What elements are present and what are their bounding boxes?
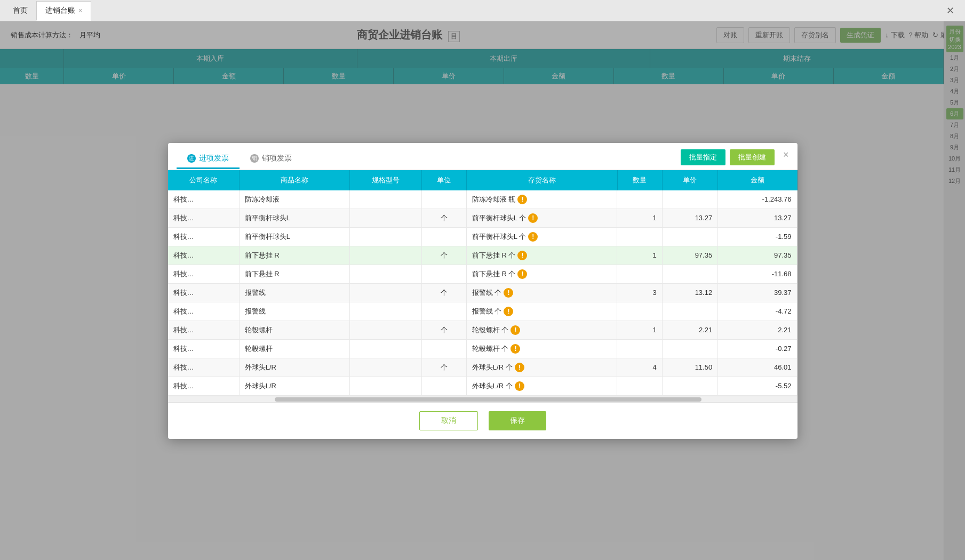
table-row[interactable]: 科技…轮毂螺杆轮毂螺杆 个!-0.27 — [168, 339, 797, 358]
warn-icon: ! — [528, 232, 538, 242]
modal-tabs: 进 进项发票 销 销项发票 — [177, 149, 302, 169]
data-cell — [617, 377, 662, 395]
data-cell — [662, 339, 718, 358]
data-cell: 2.21 — [718, 321, 797, 339]
data-cell: 39.37 — [718, 283, 797, 302]
window-close-button[interactable]: ✕ — [940, 5, 961, 17]
data-cell: 1 — [617, 209, 662, 227]
data-cell: 科技… — [168, 265, 240, 283]
tab-outgoing-invoice[interactable]: 销 销项发票 — [240, 149, 302, 169]
data-cell — [350, 339, 422, 358]
data-cell — [421, 227, 466, 246]
table-row[interactable]: 科技…轮毂螺杆个轮毂螺杆 个!12.212.21 — [168, 321, 797, 339]
data-cell — [421, 190, 466, 209]
modal-close-button[interactable]: × — [783, 149, 789, 161]
data-cell — [421, 377, 466, 395]
data-cell: 科技… — [168, 190, 240, 209]
modal-scrollbar-thumb — [275, 397, 701, 402]
inventory-cell: 报警线 个! — [467, 302, 617, 321]
modal-scrollbar[interactable] — [168, 396, 797, 402]
data-cell: -1,243.76 — [718, 190, 797, 209]
outgoing-tab-icon: 销 — [250, 154, 259, 163]
data-cell: 科技… — [168, 246, 240, 265]
table-row[interactable]: 科技…前下悬挂 R前下悬挂 R 个!-11.68 — [168, 265, 797, 283]
warn-icon: ! — [504, 288, 513, 298]
tab-active-label: 进销台账 — [45, 6, 75, 15]
data-cell: 11.50 — [662, 358, 718, 377]
data-cell — [350, 358, 422, 377]
data-cell: 个 — [421, 358, 466, 377]
warn-icon: ! — [517, 195, 527, 204]
data-cell — [350, 227, 422, 246]
app-background: 销售成本计算方法： 月平均 商贸企业进销台账 目 对账 重新开账 存货别名 生成… — [0, 21, 965, 560]
save-button[interactable]: 保存 — [489, 411, 546, 430]
col-unit: 单位 — [421, 170, 466, 190]
table-row[interactable]: 科技…前平衡杆球头L前平衡杆球头L 个!-1.59 — [168, 227, 797, 246]
cancel-button[interactable]: 取消 — [419, 411, 478, 430]
modal-header-actions: 批量指定 批量创建 × — [681, 149, 789, 165]
data-cell: 外球头L/R — [239, 358, 349, 377]
data-cell: 13.12 — [662, 283, 718, 302]
data-cell — [617, 339, 662, 358]
data-cell: 个 — [421, 283, 466, 302]
data-cell: 科技… — [168, 339, 240, 358]
batch-create-button[interactable]: 批量创建 — [730, 149, 775, 165]
data-cell — [350, 265, 422, 283]
table-row[interactable]: 科技…外球头L/R个外球头L/R 个!411.5046.01 — [168, 358, 797, 377]
table-row[interactable]: 科技…报警线个报警线 个!313.1239.37 — [168, 283, 797, 302]
data-cell: 外球头L/R — [239, 377, 349, 395]
tab-incoming-invoice[interactable]: 进 进项发票 — [177, 149, 240, 169]
data-cell — [350, 246, 422, 265]
data-cell — [617, 302, 662, 321]
data-cell: -0.27 — [718, 339, 797, 358]
col-spec: 规格型号 — [350, 170, 422, 190]
col-product-name: 商品名称 — [239, 170, 349, 190]
table-row[interactable]: 科技…报警线报警线 个!-4.72 — [168, 302, 797, 321]
data-cell: 科技… — [168, 358, 240, 377]
batch-assign-button[interactable]: 批量指定 — [681, 149, 725, 165]
data-cell: 2.21 — [662, 321, 718, 339]
tab-close-icon[interactable]: × — [78, 7, 82, 14]
data-cell — [662, 265, 718, 283]
data-cell: 97.35 — [718, 246, 797, 265]
data-cell: -1.59 — [718, 227, 797, 246]
data-cell — [617, 190, 662, 209]
warn-icon: ! — [511, 325, 520, 335]
data-cell: 个 — [421, 321, 466, 339]
tab-home[interactable]: 首页 — [4, 2, 36, 20]
table-row[interactable]: 科技…防冻冷却液防冻冷却液 瓶!-1,243.76 — [168, 190, 797, 209]
data-cell — [421, 265, 466, 283]
table-row[interactable]: 科技…前下悬挂 R个前下悬挂 R 个!197.3597.35 — [168, 246, 797, 265]
tab-active[interactable]: 进销台账 × — [36, 1, 91, 21]
data-cell: -11.68 — [718, 265, 797, 283]
data-cell — [662, 302, 718, 321]
inventory-cell: 报警线 个! — [467, 284, 617, 302]
data-cell: 前下悬挂 R — [239, 246, 349, 265]
data-cell — [350, 283, 422, 302]
data-cell — [350, 377, 422, 395]
inventory-cell: 外球头L/R 个! — [467, 377, 617, 395]
data-cell: 科技… — [168, 377, 240, 395]
data-cell: 前下悬挂 R — [239, 265, 349, 283]
tab-bar: 首页 进销台账 × ✕ — [0, 0, 965, 21]
warn-icon: ! — [528, 213, 538, 223]
data-cell — [421, 339, 466, 358]
inventory-cell: 前下悬挂 R 个! — [467, 246, 617, 265]
modal-header: 进 进项发票 销 销项发票 批量指定 批量创建 × — [168, 143, 797, 170]
data-cell: 4 — [617, 358, 662, 377]
outgoing-tab-label: 销项发票 — [262, 154, 292, 163]
data-cell: 个 — [421, 246, 466, 265]
data-cell: 1 — [617, 246, 662, 265]
inventory-cell: 轮毂螺杆 个! — [467, 340, 617, 358]
data-cell: 报警线 — [239, 302, 349, 321]
modal-table-container[interactable]: 公司名称 商品名称 规格型号 单位 存货名称 数量 单价 金额 科技…防冻冷却液… — [168, 170, 797, 396]
data-cell — [662, 377, 718, 395]
table-row[interactable]: 科技…前平衡杆球头L个前平衡杆球头L 个!113.2713.27 — [168, 209, 797, 227]
data-cell: 前平衡杆球头L — [239, 227, 349, 246]
table-row[interactable]: 科技…外球头L/R外球头L/R 个!-5.52 — [168, 377, 797, 395]
col-company: 公司名称 — [168, 170, 240, 190]
data-cell — [662, 190, 718, 209]
data-cell — [421, 302, 466, 321]
col-quantity: 数量 — [617, 170, 662, 190]
data-cell: 轮毂螺杆 — [239, 339, 349, 358]
